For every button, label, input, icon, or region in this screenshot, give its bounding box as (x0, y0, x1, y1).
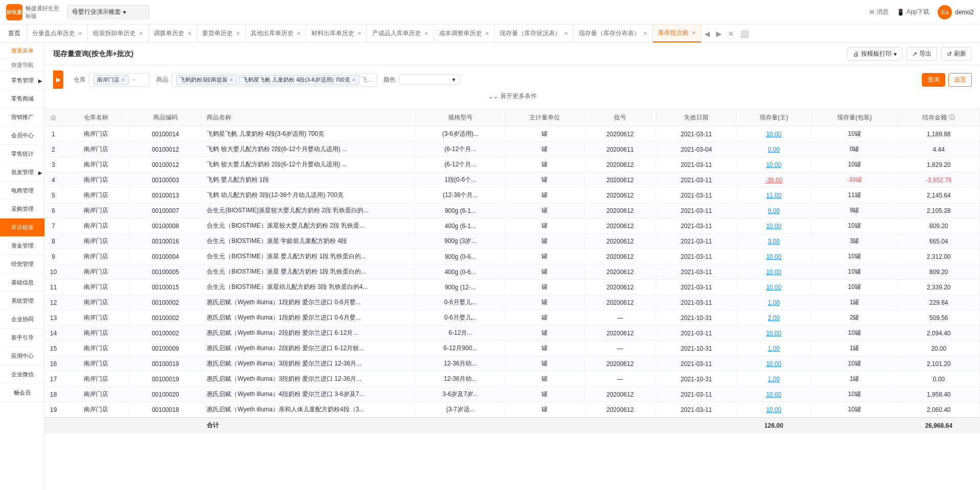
sidebar-item-apps[interactable]: 应用中心 (0, 347, 44, 365)
tab-menu-btn[interactable]: ⬜ (737, 30, 752, 38)
tab-yaohuo[interactable]: 要货单历史✕ (197, 24, 246, 42)
tab-home[interactable]: 首页 (2, 24, 27, 42)
row-qty-main[interactable]: 0.00 (737, 142, 812, 157)
col-settings[interactable]: ⚙ (45, 109, 62, 127)
tab-prev-btn[interactable]: ◀ (701, 30, 713, 38)
app-download-btn[interactable]: 📱 App下载 (897, 8, 929, 16)
row-spec: 900g (12-... (415, 280, 505, 295)
row-spec: 3-6岁及7岁... (415, 387, 505, 402)
sidebar-item-weixin[interactable]: 企业微信 (0, 365, 44, 384)
row-qty-main[interactable]: 1.00 (737, 372, 812, 387)
close-icon[interactable]: ✕ (357, 31, 361, 36)
row-spec: 6-12月900... (415, 341, 505, 356)
sidebar-item-inventory[interactable]: 库存核算 (0, 218, 44, 237)
row-qty-main[interactable]: 10.00 (737, 387, 812, 402)
row-qty-main[interactable]: 11.00 (737, 188, 812, 203)
row-qty-main[interactable]: 1.00 (737, 295, 812, 310)
filter-expand-arrow[interactable]: ▶ (53, 70, 63, 89)
query-btn[interactable]: 查询 (922, 73, 945, 87)
row-qty-main[interactable]: 10.00 (737, 264, 812, 280)
settings-btn[interactable]: 设置 (948, 73, 972, 87)
row-qty-main[interactable]: 10.00 (737, 280, 812, 295)
sidebar-item-finance[interactable]: 资金管理 (0, 237, 44, 255)
tab-zuzhuan[interactable]: 组装拆卸单历史✕ (88, 24, 149, 42)
sidebar-item-ecommerce[interactable]: 电商管理 (0, 182, 44, 200)
sidebar-item-basic[interactable]: 基础信息 (0, 274, 44, 292)
row-qty-main[interactable]: -39.00 (737, 173, 812, 188)
more-dots[interactable]: 飞... (361, 76, 373, 84)
row-qty-main[interactable]: 3.00 (737, 234, 812, 249)
tab-next-btn[interactable]: ▶ (713, 30, 725, 38)
sidebar-item-system[interactable]: 系统管理 (0, 292, 44, 310)
close-icon[interactable]: ✕ (692, 30, 696, 36)
remove-tag-icon[interactable]: ✕ (229, 77, 233, 83)
remove-tag-icon[interactable]: ✕ (352, 77, 356, 83)
warehouse-tag-box[interactable]: 南岸门店 ✕ ··· (89, 73, 150, 87)
sidebar-item-marketing[interactable]: 营销推广 (0, 108, 44, 127)
refresh-btn[interactable]: ↺ 刷新 (941, 47, 972, 61)
sidebar-item-wholesale[interactable]: 批发管理 ▶ (0, 163, 44, 182)
product-tag-box[interactable]: 飞鹤奶粉3段两提装 ✕ 飞鹤星飞帆 儿童奶粉 4段(3-6岁适用) 700克 ✕… (172, 73, 377, 87)
sidebar-item-vip[interactable]: 畅会员 (0, 384, 44, 402)
sidebar-item-retail-mgmt[interactable]: 零售管理 ▶ (0, 71, 44, 90)
col-code: 商品编码 (129, 109, 202, 127)
tab-chanpin[interactable]: 产成品入库单历史✕ (367, 24, 434, 42)
tab-cailiao[interactable]: 材料出库单历史✕ (306, 24, 367, 42)
tab-chuku[interactable]: 其他出库单历史✕ (246, 24, 306, 42)
row-qty-main[interactable]: 10.00 (737, 127, 812, 142)
close-icon[interactable]: ✕ (236, 31, 240, 36)
row-qty-main[interactable]: 10.00 (737, 218, 812, 234)
row-qty-main[interactable]: 10.00 (737, 249, 812, 264)
close-icon[interactable]: ✕ (564, 31, 568, 36)
sidebar-item-ops[interactable]: 经营管理 (0, 255, 44, 274)
org-selector[interactable]: 母婴行业演示账套 ▾ (67, 5, 149, 19)
tab-xiancun-dist[interactable]: 现存量（库存分布表）✕ (574, 24, 653, 42)
expand-more-btn[interactable]: ⌄⌄ 展开更多条件 (53, 89, 972, 104)
sidebar-item-purchase[interactable]: 采购管理 (0, 200, 44, 218)
print-btn[interactable]: 🖨 按模板打印 ▾ (847, 47, 902, 61)
row-amount: 809.20 (898, 264, 980, 280)
row-amount: 809.20 (898, 218, 980, 234)
close-icon[interactable]: ✕ (297, 31, 301, 36)
sidebar-item-retail-mall[interactable]: 零售商城 (0, 90, 44, 108)
close-icon[interactable]: ✕ (485, 31, 489, 36)
tab-kucun-batch[interactable]: 库存批次账✕ (653, 24, 701, 42)
close-icon[interactable]: ✕ (643, 31, 647, 36)
user-area[interactable]: Ea demo2 (938, 5, 974, 19)
sidebar-item-collab[interactable]: 企业协同 (0, 310, 44, 329)
message-btn[interactable]: ✉ 消息 (869, 8, 889, 16)
row-code: 00100012 (129, 157, 202, 173)
sidebar-nav[interactable]: 快捷导航 (0, 59, 44, 71)
row-qty-main[interactable]: 10.00 (737, 402, 812, 418)
row-code: 00100007 (129, 203, 202, 218)
remove-tag-icon[interactable]: ✕ (121, 77, 125, 83)
row-no: 8 (45, 234, 62, 249)
row-qty-main[interactable]: 1.00 (737, 341, 812, 356)
sidebar-search[interactable]: 搜索菜单 (0, 43, 44, 59)
sidebar-item-retail-stats[interactable]: 零售统计 (0, 145, 44, 163)
tab-fenpan[interactable]: 分量盘点单历史✕ (27, 24, 88, 42)
settings-icon[interactable]: ⚙ (50, 114, 57, 122)
sidebar-item-member[interactable]: 会员中心 (0, 127, 44, 145)
tab-chengben[interactable]: 成本调整单历史✕ (434, 24, 495, 42)
row-qty-main[interactable]: 10.00 (737, 356, 812, 372)
export-btn[interactable]: ↗ 导出 (906, 47, 937, 61)
row-no: 18 (45, 387, 62, 402)
more-dots[interactable]: ··· (131, 76, 136, 83)
sidebar-item-guide[interactable]: 新手引导 (0, 329, 44, 347)
row-qty-main[interactable]: 10.00 (737, 326, 812, 341)
footer-empty (129, 418, 202, 433)
close-icon[interactable]: ✕ (187, 31, 191, 36)
row-qty-main[interactable]: 9.00 (737, 203, 812, 218)
table-row: 3 南岸门店 00100012 飞鹤 较大婴儿配方奶粉 2段(6-12个月婴幼儿… (45, 157, 980, 173)
row-qty-main[interactable]: 10.00 (737, 157, 812, 173)
close-icon[interactable]: ✕ (139, 31, 143, 36)
close-icon[interactable]: ✕ (78, 31, 82, 36)
tab-diaobo[interactable]: 调拨单历史✕ (149, 24, 197, 42)
row-qty-main[interactable]: 2.00 (737, 310, 812, 326)
tab-close-btn[interactable]: ✕ (725, 30, 737, 38)
tab-xiancun-status[interactable]: 现存量（库存状况表）✕ (495, 24, 574, 42)
color-filter-box[interactable]: ▾ (399, 74, 460, 85)
row-spec: (3-6岁适用)... (415, 127, 505, 142)
close-icon[interactable]: ✕ (424, 31, 428, 36)
